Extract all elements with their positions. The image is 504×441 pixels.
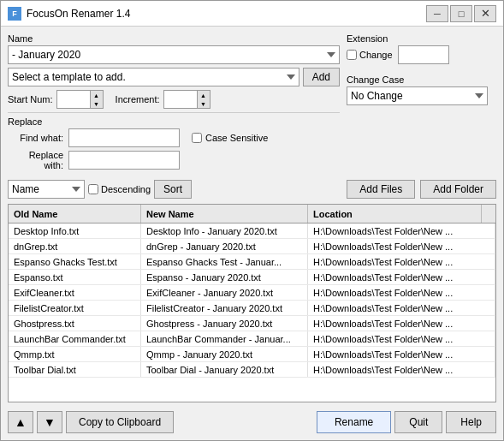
name-field-row: - January 2020: [8, 45, 340, 64]
cell-old-name: Ghostpress.txt: [9, 316, 141, 331]
table-row[interactable]: FilelistCreator.txt FilelistCreator - Ja…: [9, 301, 495, 316]
cell-old-name: FilelistCreator.txt: [9, 301, 141, 315]
increment-down[interactable]: ▼: [198, 99, 210, 108]
table-row[interactable]: ExifCleaner.txt ExifCleaner - January 20…: [9, 285, 495, 301]
cell-location: H:\Downloads\Test Folder\New ...: [308, 331, 495, 346]
bottom-right: Rename Quit Help: [317, 411, 496, 433]
start-num-spinbox: 1 ▲ ▼: [56, 90, 104, 109]
minimize-button[interactable]: ─: [426, 5, 448, 22]
cell-new-name: dnGrep - January 2020.txt: [141, 239, 308, 253]
cell-new-name: ExifCleaner - January 2020.txt: [141, 285, 308, 300]
increment-input[interactable]: 1: [163, 90, 198, 109]
add-button[interactable]: Add: [303, 68, 340, 86]
table-header: Old Name New Name Location: [9, 205, 495, 223]
case-sensitive-label: Case Sensitive: [205, 133, 268, 143]
cell-old-name: Toolbar Dial.txt: [9, 362, 141, 377]
file-table: Old Name New Name Location Desktop Info.…: [8, 204, 496, 402]
cell-old-name: LaunchBar Commander.txt: [9, 331, 141, 346]
maximize-button[interactable]: □: [450, 5, 472, 22]
sort-select[interactable]: NameDateSizeExtension: [8, 180, 85, 199]
table-row[interactable]: Qmmp.txt Qmmp - January 2020.txt H:\Down…: [9, 347, 495, 362]
cell-location: H:\Downloads\Test Folder\New ...: [308, 316, 495, 331]
table-row[interactable]: Espanso.txt Espanso - January 2020.txt H…: [9, 270, 495, 285]
change-case-select[interactable]: No ChangeUppercaseLowercaseTitle Case: [347, 86, 488, 105]
cell-location: H:\Downloads\Test Folder\New ...: [308, 362, 495, 377]
cell-old-name: Espanso.txt: [9, 270, 141, 284]
name-label: Name: [8, 33, 340, 44]
start-num-input[interactable]: 1: [56, 90, 91, 109]
change-ext-checkbox[interactable]: [347, 50, 357, 60]
cell-old-name: Qmmp.txt: [9, 347, 141, 361]
table-row[interactable]: dnGrep.txt dnGrep - January 2020.txt H:\…: [9, 239, 495, 254]
change-case-group: Change Case No ChangeUppercaseLowercaseT…: [347, 74, 496, 105]
cell-old-name: ExifCleaner.txt: [9, 285, 141, 300]
cell-old-name: dnGrep.txt: [9, 239, 141, 253]
increment-spinbox: 1 ▲ ▼: [163, 90, 210, 109]
cell-new-name: Qmmp - January 2020.txt: [141, 347, 308, 361]
change-label: Change: [359, 50, 393, 60]
col-header-new-name: New Name: [141, 205, 308, 223]
table-row[interactable]: Ghostpress.txt Ghostpress - January 2020…: [9, 316, 495, 331]
cell-location: H:\Downloads\Test Folder\New ...: [308, 254, 495, 269]
window-controls: ─ □ ✕: [426, 5, 496, 22]
col-header-old-name: Old Name: [9, 205, 141, 223]
title-text: FocusOn Renamer 1.4: [27, 8, 426, 20]
descending-label: Descending: [101, 184, 151, 194]
cell-new-name: LaunchBar Commander - Januar...: [141, 331, 308, 346]
cell-new-name: FilelistCreator - January 2020.txt: [141, 301, 308, 315]
table-row[interactable]: Desktop Info.txt Desktop Info - January …: [9, 223, 495, 239]
extension-label: Extension: [347, 33, 496, 44]
find-what-input[interactable]: [68, 128, 180, 147]
increment-arrows: ▲ ▼: [198, 90, 210, 109]
cell-new-name: Ghostpress - January 2020.txt: [141, 316, 308, 331]
col-header-location: Location: [308, 205, 482, 223]
quit-button[interactable]: Quit: [394, 411, 442, 433]
right-panel: Extension Change jpg Change Case No Chan…: [347, 33, 496, 173]
name-group: Name - January 2020: [8, 33, 340, 64]
replace-with-row: Replace with:: [8, 150, 340, 170]
change-ext-wrapper[interactable]: Change: [347, 50, 393, 60]
table-row[interactable]: Toolbar Dial.txt Toolbar Dial - January …: [9, 362, 495, 378]
help-button[interactable]: Help: [446, 411, 496, 433]
cell-location: H:\Downloads\Test Folder\New ...: [308, 301, 495, 315]
cell-new-name: Toolbar Dial - January 2020.txt: [141, 362, 308, 377]
descending-wrapper[interactable]: Descending: [88, 184, 151, 194]
table-row[interactable]: Espanso Ghacks Test.txt Espanso Ghacks T…: [9, 254, 495, 270]
move-up-button[interactable]: ▲: [8, 411, 33, 433]
app-icon: F: [8, 7, 21, 21]
start-num-up[interactable]: ▲: [91, 91, 103, 99]
sort-bar: NameDateSizeExtension Descending Sort Ad…: [8, 180, 496, 199]
case-sensitive-checkbox[interactable]: [192, 133, 202, 143]
replace-label: Replace: [8, 116, 340, 127]
close-button[interactable]: ✕: [474, 5, 496, 22]
copy-clipboard-button[interactable]: Copy to Clipboard: [66, 411, 174, 433]
cell-location: H:\Downloads\Test Folder\New ...: [308, 270, 495, 284]
sort-button[interactable]: Sort: [154, 180, 192, 199]
template-select[interactable]: Select a template to add.: [8, 68, 299, 86]
rename-button[interactable]: Rename: [317, 411, 391, 433]
cell-new-name: Espanso - January 2020.txt: [141, 270, 308, 284]
bottom-left: ▲ ▼ Copy to Clipboard: [8, 411, 174, 433]
ext-input[interactable]: jpg: [398, 45, 449, 64]
increment-up[interactable]: ▲: [198, 91, 210, 99]
ext-row: Change jpg: [347, 45, 496, 64]
cell-new-name: Espanso Ghacks Test - Januar...: [141, 254, 308, 269]
col-header-scroll: [482, 205, 495, 223]
start-num-down[interactable]: ▼: [91, 99, 103, 108]
left-panel: Name - January 2020 Select a template to…: [8, 33, 340, 173]
bottom-bar: ▲ ▼ Copy to Clipboard Rename Quit Help: [8, 411, 496, 433]
sort-bar-left: NameDateSizeExtension Descending Sort: [8, 180, 341, 199]
extension-group: Extension Change jpg: [347, 33, 496, 64]
replace-with-label: Replace with:: [8, 150, 63, 170]
template-row: Select a template to add. Add: [8, 68, 340, 86]
name-select[interactable]: - January 2020: [8, 45, 340, 64]
replace-with-input[interactable]: [68, 151, 180, 170]
table-row[interactable]: LaunchBar Commander.txt LaunchBar Comman…: [9, 331, 495, 347]
cell-location: H:\Downloads\Test Folder\New ...: [308, 239, 495, 253]
replace-section: Replace Find what: Case Sensitive Replac…: [8, 112, 340, 173]
descending-checkbox[interactable]: [88, 184, 98, 194]
cell-location: H:\Downloads\Test Folder\New ...: [308, 223, 495, 238]
add-files-button[interactable]: Add Files: [347, 180, 415, 199]
add-folder-button[interactable]: Add Folder: [420, 180, 496, 199]
move-down-button[interactable]: ▼: [37, 411, 62, 433]
